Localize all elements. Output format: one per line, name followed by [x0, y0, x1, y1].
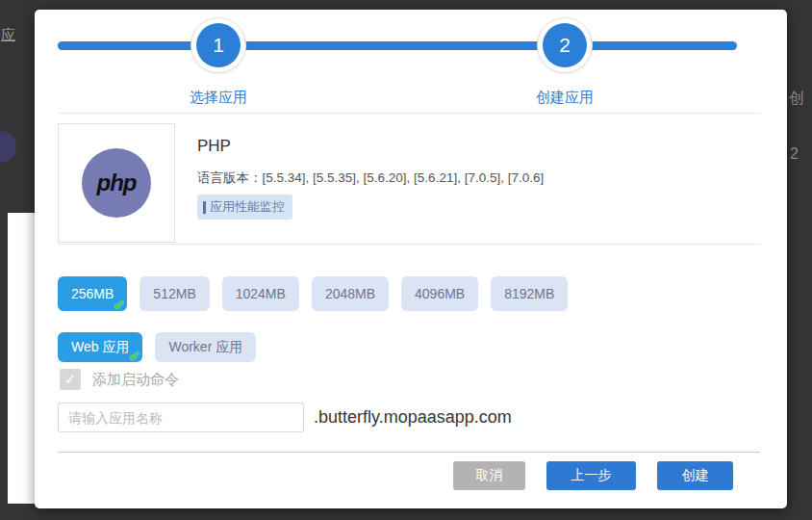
selected-check-icon: ✔ [129, 348, 141, 365]
app-type-label: Web 应用 [71, 339, 129, 356]
cancel-button[interactable]: 取消 [453, 461, 525, 490]
memory-option-label: 2048MB [325, 286, 375, 301]
footer-divider [58, 452, 760, 453]
step-2-circle: 2 [537, 17, 593, 73]
startup-command-row: ✓ 添加启动命令 [60, 369, 179, 390]
create-button[interactable]: 创建 [657, 461, 733, 490]
memory-option-label: 512MB [153, 286, 195, 301]
memory-option-label: 8192MB [504, 286, 554, 301]
performance-monitor-label: 应用性能监控 [210, 198, 285, 216]
memory-option-label: 256MB [71, 286, 114, 301]
step-1-circle: 1 [190, 17, 246, 73]
app-name-input[interactable] [58, 403, 304, 432]
background-avatar-fragment [0, 131, 16, 163]
php-logo-icon: php [82, 148, 151, 218]
stepper-progress-bar [58, 41, 737, 50]
memory-option-512mb[interactable]: 512MB [140, 276, 209, 311]
divider [58, 113, 760, 114]
step-1-label: 选择应用 [151, 89, 286, 107]
background-clipped-text: 应 [1, 26, 15, 44]
step-2-number: 2 [543, 23, 587, 67]
app-type-option-web[interactable]: Web 应用 ✔ [58, 332, 142, 362]
app-name-row: .butterfly.mopaasapp.com [58, 403, 512, 432]
app-type-option-worker[interactable]: Worker 应用 [155, 332, 256, 362]
step-1-number: 1 [196, 23, 241, 67]
memory-option-label: 4096MB [415, 286, 465, 301]
step-2-label: 创建应用 [497, 89, 632, 107]
background-clipped-text: 2 [790, 145, 799, 163]
memory-options-row: 256MB ✔ 512MB 1024MB 2048MB 4096MB 8192M… [58, 276, 568, 311]
domain-suffix: .butterfly.mopaasapp.com [314, 407, 512, 428]
background-clipped-text: 创 [789, 89, 804, 109]
app-versions: 语言版本：[5.5.34], [5.5.35], [5.6.20], [5.6.… [197, 169, 544, 187]
memory-option-2048mb[interactable]: 2048MB [312, 276, 389, 311]
memory-option-label: 1024MB [236, 286, 286, 301]
app-type-label: Worker 应用 [168, 339, 242, 356]
performance-bar-icon [203, 201, 206, 214]
footer-buttons: 取消 上一步 创建 [453, 461, 733, 490]
app-type-options-row: Web 应用 ✔ Worker 应用 [58, 332, 256, 362]
startup-command-checkbox[interactable]: ✓ [60, 369, 81, 390]
background-page-strip [8, 213, 36, 504]
memory-option-256mb[interactable]: 256MB ✔ [58, 276, 127, 311]
create-app-dialog: 1 2 选择应用 创建应用 php PHP 语言版本：[5.5.34], [5.… [35, 10, 787, 508]
divider [58, 244, 760, 245]
app-name: PHP [197, 137, 231, 156]
memory-option-8192mb[interactable]: 8192MB [491, 276, 568, 311]
php-logo-text: php [97, 169, 137, 196]
performance-monitor-tag: 应用性能监控 [197, 195, 292, 220]
selected-app-card: php [58, 123, 175, 243]
memory-option-1024mb[interactable]: 1024MB [222, 276, 299, 311]
startup-command-label: 添加启动命令 [92, 371, 179, 389]
memory-option-4096mb[interactable]: 4096MB [401, 276, 478, 311]
previous-step-button[interactable]: 上一步 [546, 461, 636, 490]
selected-check-icon: ✔ [114, 297, 126, 314]
